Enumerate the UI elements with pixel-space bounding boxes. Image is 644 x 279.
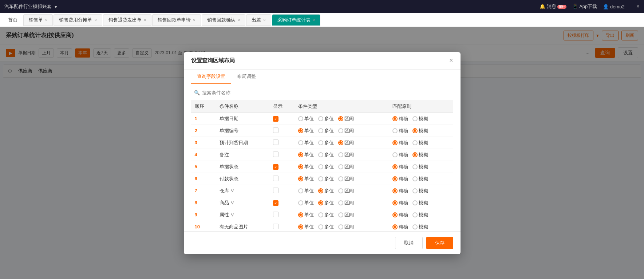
type-radio-单值[interactable] (298, 116, 303, 121)
notification-icon[interactable]: 🔔 消息 99+ (540, 3, 566, 10)
type-radio-区间[interactable] (338, 152, 343, 157)
row-name: 仓库 ∨ (216, 185, 269, 197)
display-checkbox[interactable] (273, 212, 278, 217)
type-radio-区间[interactable] (338, 176, 343, 181)
match-radio-模糊[interactable] (412, 176, 418, 181)
dialog-tab-query[interactable]: 查询字段设置 (191, 70, 231, 84)
tab-sales-order[interactable]: 销售单 × (23, 14, 53, 26)
tab-close-sales-payment[interactable]: × (193, 18, 195, 22)
type-radio-区间[interactable] (338, 212, 343, 217)
display-checkbox[interactable] (273, 224, 278, 229)
row-display[interactable] (269, 185, 295, 197)
display-checkbox[interactable]: ✓ (273, 164, 278, 170)
tab-business-trip[interactable]: 出差 × (246, 14, 271, 26)
match-radio-精确[interactable] (392, 200, 398, 205)
type-radio-区间[interactable] (338, 140, 343, 145)
match-radio-精确[interactable] (392, 176, 398, 181)
tab-close-sales-expense[interactable]: × (94, 18, 96, 22)
match-radio-精确[interactable] (392, 212, 398, 217)
match-radio-精确[interactable] (392, 224, 398, 229)
dialog-tab-layout[interactable]: 布局调整 (231, 70, 262, 84)
type-radio-单值[interactable] (298, 188, 303, 193)
tab-home[interactable]: 首页 (3, 15, 23, 25)
type-radio-多值[interactable] (318, 116, 323, 121)
type-radio-多值[interactable] (318, 164, 323, 169)
type-radio-多值[interactable] (318, 140, 323, 145)
match-radio-模糊[interactable] (412, 152, 418, 157)
type-radio-单值[interactable] (298, 224, 303, 229)
tab-close-business-trip[interactable]: × (263, 18, 265, 22)
type-radio-区间[interactable] (338, 224, 343, 229)
display-checkbox[interactable] (273, 176, 278, 181)
match-radio-精确[interactable] (392, 152, 398, 157)
display-checkbox[interactable] (273, 152, 278, 157)
row-display[interactable] (269, 221, 295, 231)
type-radio-区间[interactable] (338, 164, 343, 169)
dialog-close-button[interactable]: × (449, 57, 453, 64)
row-display[interactable]: ✓ (269, 161, 295, 173)
match-radio-精确[interactable] (392, 116, 398, 121)
tab-close-sales-order[interactable]: × (45, 18, 47, 22)
match-radio-模糊[interactable] (412, 164, 418, 169)
match-radio-精确[interactable] (392, 128, 398, 133)
match-radio-模糊[interactable] (412, 200, 418, 205)
row-type: 单值多值区间 (295, 221, 389, 231)
row-display[interactable] (269, 209, 295, 221)
type-radio-多值[interactable] (318, 224, 323, 229)
user-avatar[interactable]: 👤 demo2 (603, 4, 624, 9)
type-radio-多值[interactable] (318, 188, 323, 193)
row-display[interactable] (269, 173, 295, 185)
top-bar-close[interactable]: × (636, 3, 640, 10)
row-display[interactable] (269, 137, 295, 149)
tab-sales-payment[interactable]: 销售回款单申请 × (152, 14, 201, 26)
type-radio-单值[interactable] (298, 164, 303, 169)
match-radio-模糊[interactable] (412, 140, 418, 145)
row-display[interactable]: ✓ (269, 113, 295, 125)
match-radio-模糊[interactable] (412, 212, 418, 217)
type-radio-多值[interactable] (318, 152, 323, 157)
row-display[interactable] (269, 149, 295, 161)
type-radio-单值[interactable] (298, 176, 303, 181)
dialog-footer: 取消 保存 (184, 231, 461, 254)
type-radio-区间[interactable] (338, 200, 343, 205)
match-radio-精确[interactable] (392, 140, 398, 145)
display-checkbox[interactable]: ✓ (273, 200, 278, 206)
type-radio-多值[interactable] (318, 200, 323, 205)
display-checkbox[interactable] (273, 188, 278, 193)
type-radio-多值[interactable] (318, 212, 323, 217)
match-radio-模糊[interactable] (412, 116, 418, 121)
type-radio-单值[interactable] (298, 200, 303, 205)
type-radio-区间[interactable] (338, 116, 343, 121)
app-download[interactable]: 📱 App下载 (572, 3, 597, 10)
top-bar-actions: 🔔 消息 99+ 📱 App下载 👤 demo2 × (540, 3, 640, 10)
tab-close-payment-confirm[interactable]: × (238, 18, 240, 22)
type-radio-单值[interactable] (298, 152, 303, 157)
cancel-button[interactable]: 取消 (395, 237, 423, 249)
type-radio-多值[interactable] (318, 176, 323, 181)
row-display[interactable]: ✓ (269, 197, 295, 209)
save-button[interactable]: 保存 (426, 237, 453, 249)
type-radio-单值[interactable] (298, 128, 303, 133)
type-radio-区间[interactable] (338, 128, 343, 133)
type-radio-多值[interactable] (318, 128, 323, 133)
dropdown-icon[interactable]: ▾ (55, 4, 57, 9)
search-input[interactable] (202, 90, 275, 95)
tab-sales-expense[interactable]: 销售费用分摊单 × (54, 14, 102, 26)
match-radio-精确[interactable] (392, 164, 398, 169)
type-radio-单值[interactable] (298, 212, 303, 217)
match-radio-模糊[interactable] (412, 224, 418, 229)
type-radio-区间[interactable] (338, 188, 343, 193)
match-radio-模糊[interactable] (412, 128, 418, 133)
type-radio-单值[interactable] (298, 140, 303, 145)
display-checkbox[interactable] (273, 140, 278, 145)
tab-payment-confirm[interactable]: 销售回款确认 × (202, 14, 245, 26)
tab-sales-return[interactable]: 销售退货发出单 × (103, 14, 151, 26)
tab-purchase-stats[interactable]: 采购订单统计表 × (272, 14, 320, 26)
match-radio-精确[interactable] (392, 188, 398, 193)
tab-close-purchase-stats[interactable]: × (313, 18, 315, 22)
display-checkbox[interactable] (273, 127, 278, 133)
row-display[interactable] (269, 125, 295, 137)
display-checkbox[interactable]: ✓ (273, 116, 278, 122)
tab-close-sales-return[interactable]: × (144, 18, 146, 22)
match-radio-模糊[interactable] (412, 188, 418, 193)
